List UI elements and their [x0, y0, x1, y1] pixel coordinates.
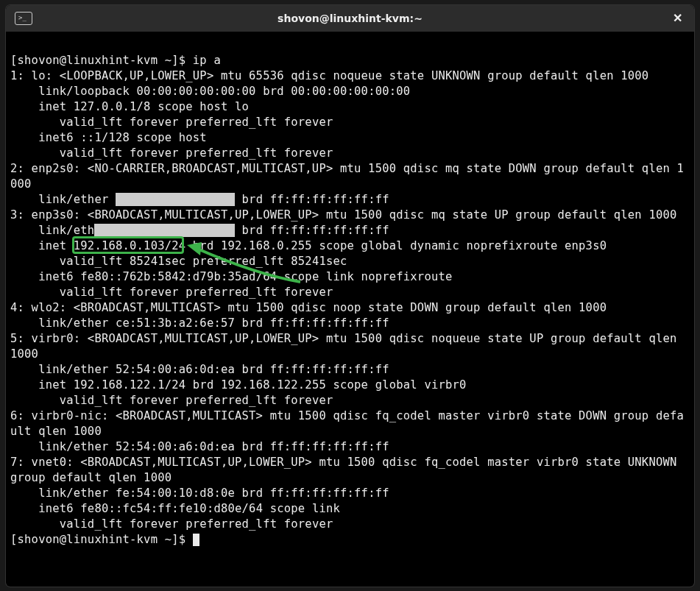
prompt-glyph-icon: >_	[18, 15, 26, 21]
close-icon: ✕	[673, 12, 682, 24]
terminal-window: >_ shovon@linuxhint-kvm:~ ✕ [shovon@linu…	[6, 5, 694, 587]
if-virbr0-valid: valid_lft forever preferred_lft forever	[10, 394, 333, 407]
terminal-body[interactable]: [shovon@linuxhint-kvm ~]$ ip a 1: lo: <L…	[6, 32, 694, 587]
redacted-mac: er xx:xx:xx:xx:xx:xx	[94, 224, 235, 237]
if-virbr0-header: 5: virbr0: <BROADCAST,MULTICAST,UP,LOWER…	[10, 332, 684, 361]
command-text: ip a	[193, 54, 221, 67]
titlebar-left: >_	[12, 12, 32, 25]
if-vnet0-link: link/ether fe:54:00:10:d8:0e brd ff:ff:f…	[10, 486, 389, 500]
cursor	[193, 534, 199, 546]
terminal-output: [shovon@linuxhint-kvm ~]$ ip a 1: lo: <L…	[10, 53, 690, 548]
if-enp3s0-link-a: link/eth	[10, 224, 94, 237]
if-enp3s0-link-c: brd ff:ff:ff:ff:ff:ff	[235, 224, 389, 237]
close-button[interactable]: ✕	[667, 8, 688, 28]
if-lo-header: 1: lo: <LOOPBACK,UP,LOWER_UP> mtu 65536 …	[10, 69, 648, 82]
if-virbr0nic-link: link/ether 52:54:00:a6:0d:ea brd ff:ff:f…	[10, 440, 389, 453]
if-wlo2-header: 4: wlo2: <BROADCAST,MULTICAST> mtu 1500 …	[10, 301, 607, 314]
if-lo-inet6: inet6 ::1/128 scope host	[10, 131, 207, 144]
if-enp3s0-valid: valid_lft 85241sec preferred_lft 85241se…	[10, 255, 347, 268]
if-vnet0-valid6: valid_lft forever preferred_lft forever	[10, 517, 333, 531]
if-enp3s0-valid6: valid_lft forever preferred_lft forever	[10, 286, 333, 299]
if-enp3s0-header: 3: enp3s0: <BROADCAST,MULTICAST,UP,LOWER…	[10, 208, 677, 222]
if-vnet0-header: 7: vnet0: <BROADCAST,MULTICAST,UP,LOWER_…	[10, 456, 684, 484]
if-lo-inet: inet 127.0.0.1/8 scope host lo	[10, 100, 249, 113]
if-enp2s0-header: 2: enp2s0: <NO-CARRIER,BROADCAST,MULTICA…	[10, 162, 684, 191]
if-lo-link: link/loopback 00:00:00:00:00:00 brd 00:0…	[10, 85, 410, 98]
if-wlo2-link: link/ether ce:51:3b:a2:6e:57 brd ff:ff:f…	[10, 316, 389, 330]
if-enp3s0-inet: inet 192.168.0.103/24 brd 192.168.0.255 …	[10, 239, 607, 252]
if-lo-valid6: valid_lft forever preferred_lft forever	[10, 146, 333, 160]
terminal-app-icon[interactable]: >_	[15, 12, 32, 25]
if-enp3s0-inet6: inet6 fe80::762b:5842:d79b:35ad/64 scope…	[10, 270, 453, 283]
if-virbr0-inet: inet 192.168.122.1/24 brd 192.168.122.25…	[10, 378, 467, 392]
if-lo-valid: valid_lft forever preferred_lft forever	[10, 116, 333, 129]
if-vnet0-inet6: inet6 fe80::fc54:ff:fe10:d80e/64 scope l…	[10, 502, 340, 515]
if-enp2s0-link-a: link/ether	[10, 193, 116, 206]
window-title: shovon@linuxhint-kvm:~	[277, 13, 423, 24]
if-virbr0nic-header: 6: virbr0-nic: <BROADCAST,MULTICAST> mtu…	[10, 409, 684, 438]
prompt-line: [shovon@linuxhint-kvm ~]$	[10, 54, 193, 67]
titlebar: >_ shovon@linuxhint-kvm:~ ✕	[6, 5, 694, 32]
if-enp2s0-link-c: brd ff:ff:ff:ff:ff:ff	[235, 193, 389, 206]
redacted-mac: xx:xx:xx:xx:xx:xx	[116, 193, 235, 206]
if-virbr0-link: link/ether 52:54:00:a6:0d:ea brd ff:ff:f…	[10, 363, 389, 376]
prompt-line-2: [shovon@linuxhint-kvm ~]$	[10, 533, 193, 546]
